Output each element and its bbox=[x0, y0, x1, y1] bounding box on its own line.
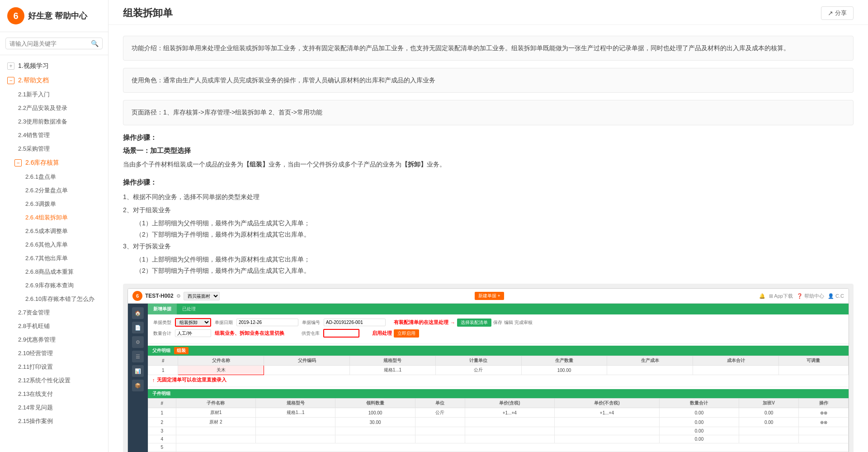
sim-upper-cell-totalcost-1 bbox=[693, 366, 779, 375]
scene1-title: 场景一：加工类型选择 bbox=[123, 147, 854, 155]
sim-upper-header-text: 父件明细 bbox=[152, 347, 170, 354]
sim-upper-th-name: 父件名称 bbox=[178, 356, 264, 366]
sim-lower-table: # 子件名称 规格型号 领料数量 单位 单价(含税) 单价(不含税) 数量合计 bbox=[148, 398, 849, 452]
sim-apps-icon: ⊞ App下载 bbox=[769, 293, 793, 300]
sim-tab-processed[interactable]: 已处理 bbox=[177, 304, 201, 314]
app-logo: 6 bbox=[7, 7, 24, 24]
sidebar-item-261[interactable]: 2.6.1盘点单 bbox=[0, 170, 108, 184]
sidebar-item-213[interactable]: 2.13在线支付 bbox=[0, 387, 108, 401]
sim-lower-th-unit: 单位 bbox=[415, 399, 465, 408]
sim-nav-chart[interactable]: 📊 bbox=[132, 365, 144, 377]
sidebar-item-210[interactable]: 2.10经营管理 bbox=[0, 347, 108, 360]
sim-lower-section-header: 子件明细 bbox=[148, 389, 849, 398]
sidebar-item-265[interactable]: 2.6.5成本调整单 bbox=[0, 224, 108, 238]
sim-nav-home[interactable]: 🏠 bbox=[132, 307, 144, 319]
sim-company: TEST-H002 bbox=[145, 293, 174, 299]
sim-code-label: 单据编号 bbox=[302, 319, 320, 326]
sim-main-area: 新增单据 已处理 单据类型 组装拆卸 单据日期 bbox=[148, 304, 849, 452]
sim-inner-tabs: 新增单据 已处理 bbox=[148, 304, 849, 314]
sidebar-item-28[interactable]: 2.8手机旺铺 bbox=[0, 319, 108, 333]
sidebar-item-2[interactable]: − 2.帮助文档 2.1新手入门 2.2产品安装及登录 2.3使用前数据准备 2… bbox=[0, 73, 108, 428]
sidebar-item-215[interactable]: 2.15操作案例 bbox=[0, 414, 108, 428]
sidebar-item-25[interactable]: 2.5采购管理 bbox=[0, 142, 108, 156]
step3-sub2: （2）下部明细为子件明细，最终作为产成品生成其它入库单。 bbox=[123, 265, 854, 276]
sim-icons-row: 🔔 ⊞ App下载 ❓ 帮助中心 👤 C.C bbox=[759, 293, 844, 300]
sim-org-select[interactable]: 西贝莜面村 bbox=[184, 292, 220, 300]
sim-nav-box[interactable]: 📦 bbox=[132, 380, 144, 391]
sidebar-item-266[interactable]: 2.6.6其他入库单 bbox=[0, 238, 108, 252]
collapse-icon-2: − bbox=[7, 77, 14, 84]
sim-lower-th-total: 数量合计 bbox=[659, 399, 739, 408]
sim-addnew-button[interactable]: 新建单据 + bbox=[475, 292, 504, 300]
sim-warehouse-input[interactable] bbox=[323, 329, 359, 338]
sim-topbar: 6 TEST-H002 ⚙ 西贝莜面村 新建单据 + 🔔 ⊞ App下载 ❓ 帮… bbox=[128, 289, 849, 304]
sidebar-item-27[interactable]: 2.7资金管理 bbox=[0, 306, 108, 319]
sim-nav-doc[interactable]: 📄 bbox=[132, 322, 144, 333]
sidebar-sub-26: 2.6.1盘点单 2.6.2分量盘点单 2.6.3调拨单 2.6.4组装拆卸单 … bbox=[0, 170, 108, 306]
sidebar-label-2: 2.帮助文档 bbox=[18, 76, 49, 85]
path-block: 页面路径：1、库存核算->库存管理->组装拆卸单 2、首页->常用功能 bbox=[123, 100, 854, 125]
sim-type-label: 单据类型 bbox=[153, 319, 171, 326]
sim-upper-th-avail: 可调量 bbox=[778, 356, 848, 366]
sidebar-item-268[interactable]: 2.6.8商品成本重算 bbox=[0, 265, 108, 279]
sim-tab-new[interactable]: 新增单据 bbox=[148, 304, 177, 314]
sidebar-item-264[interactable]: 2.6.4组装拆卸单 bbox=[0, 211, 108, 224]
sim-qty-input[interactable] bbox=[175, 329, 211, 337]
sim-upper-th-unit: 计量单位 bbox=[435, 356, 521, 366]
sim-confirm-btn[interactable]: 选择装配清单 bbox=[457, 319, 491, 327]
sim-code-input[interactable] bbox=[324, 319, 386, 326]
arrow-icon1: → bbox=[450, 320, 455, 325]
sim-upper-row-1: 1 关木 规格1...1 公斤 100.00 bbox=[148, 366, 849, 375]
sim-user-icon: 👤 C.C bbox=[828, 293, 844, 299]
sidebar-item-214[interactable]: 2.14常见问题 bbox=[0, 401, 108, 414]
sim-date-label: 单据日期 bbox=[215, 319, 233, 326]
sidebar-item-1[interactable]: + 1.视频学习 bbox=[0, 59, 108, 73]
sim-upper-table-area: 父件明细 组装 # 父件名称 父件编码 规格型号 bbox=[148, 344, 849, 386]
sidebar-item-267[interactable]: 2.6.7其他出库单 bbox=[0, 252, 108, 265]
search-box[interactable]: 🔍 bbox=[5, 38, 103, 49]
sim-upper-cell-name-1: 关木 bbox=[178, 366, 264, 375]
sim-left-nav: 🏠 📄 ⚙ ☰ 📊 📦 bbox=[128, 304, 148, 452]
sidebar: 6 好生意 帮助中心 🔍 + 1.视频学习 − 2.帮助文档 2.1新手入门 2… bbox=[0, 0, 108, 452]
search-input[interactable] bbox=[9, 40, 91, 47]
sim-nav-settings[interactable]: ⚙ bbox=[132, 336, 144, 348]
sim-upper-th-no: # bbox=[148, 356, 178, 366]
sim-date-input[interactable] bbox=[236, 319, 298, 326]
step2: 2、对于组装业务 bbox=[123, 205, 854, 216]
sim-upper-th-spec: 规格型号 bbox=[350, 356, 436, 366]
sim-help-icon: ❓ 帮助中心 bbox=[797, 293, 824, 300]
path-text: 页面路径：1、库存核算->库存管理->组装拆卸单 2、首页->常用功能 bbox=[132, 109, 322, 116]
sim-body: 🏠 📄 ⚙ ☰ 📊 📦 新增单据 已处理 bbox=[128, 304, 849, 452]
annotation-text1: 有装配清单的在这里处理 bbox=[394, 319, 448, 326]
sim-upper-th-totalcost: 成本合计 bbox=[693, 356, 779, 366]
app-title: 好生意 帮助中心 bbox=[28, 10, 87, 21]
sim-type-select[interactable]: 组装拆卸 bbox=[175, 318, 211, 327]
sidebar-item-26[interactable]: − 2.6库存核算 2.6.1盘点单 2.6.2分量盘点单 2.6.3调拨单 2… bbox=[0, 156, 108, 306]
sidebar-item-262[interactable]: 2.6.2分量盘点单 bbox=[0, 184, 108, 197]
sidebar-item-269[interactable]: 2.6.9库存账本查询 bbox=[0, 279, 108, 292]
sidebar-item-29[interactable]: 2.9优惠券管理 bbox=[0, 333, 108, 347]
sim-nav-list[interactable]: ☰ bbox=[132, 351, 144, 362]
sidebar-item-22[interactable]: 2.2产品安装及登录 bbox=[0, 101, 108, 115]
step3: 3、对于拆装业务 bbox=[123, 241, 854, 252]
sim-lower-th-ot: 加班V bbox=[739, 399, 799, 408]
sidebar-item-2610[interactable]: 2.6.10库存账本错了怎么办 bbox=[0, 292, 108, 306]
role-block: 使用角色：通常由生产人员或库管人员完成拆装业务的操作，库管人员确认原材料的出库和… bbox=[123, 68, 854, 93]
annotation-area3: 启用处理 立即启用 bbox=[372, 329, 419, 338]
sim-upper-cell-qty-1: 100.00 bbox=[521, 366, 607, 375]
sidebar-item-21[interactable]: 2.1新手入门 bbox=[0, 88, 108, 101]
sim-lower-row-5: 5 bbox=[148, 443, 849, 452]
sim-lower-header-text: 子件明细 bbox=[152, 391, 170, 396]
sim-lower-th-price2: 单价(不含税) bbox=[555, 399, 660, 408]
sidebar-item-23[interactable]: 2.3使用前数据准备 bbox=[0, 115, 108, 128]
sim-enable-btn[interactable]: 立即启用 bbox=[394, 329, 419, 338]
sidebar-item-263[interactable]: 2.6.3调拨单 bbox=[0, 197, 108, 211]
sidebar-item-211[interactable]: 2.11打印设置 bbox=[0, 360, 108, 374]
search-area: 🔍 bbox=[0, 32, 108, 55]
sidebar-item-24[interactable]: 2.4销售管理 bbox=[0, 128, 108, 142]
share-button[interactable]: ↗ 分享 bbox=[821, 6, 854, 20]
sim-lower-row-1: 1 原材1 规格1...1 100.00 公斤 +1...+4 +1...+4 … bbox=[148, 408, 849, 418]
search-icon[interactable]: 🔍 bbox=[91, 40, 99, 47]
sidebar-item-212[interactable]: 2.12系统个性化设置 bbox=[0, 374, 108, 387]
sim-upper-th-qty: 生产数量 bbox=[521, 356, 607, 366]
